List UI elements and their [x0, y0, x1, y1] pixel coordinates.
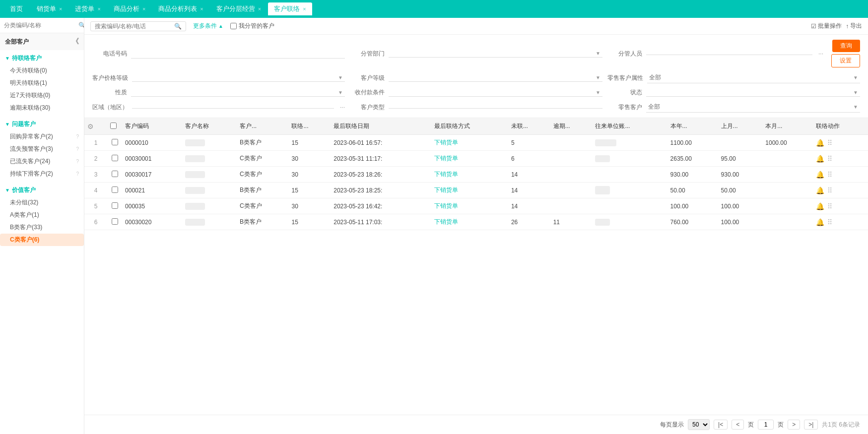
last-page-button[interactable]: >| [804, 420, 818, 430]
filter-gender-select[interactable]: ▼ [131, 89, 345, 97]
search-icon[interactable]: 🔍 [174, 23, 182, 30]
set-button[interactable]: 设置 [831, 54, 860, 67]
contact-icon[interactable]: 🔔 [816, 155, 824, 163]
more-icon[interactable]: ⠿ [827, 171, 832, 179]
contact-method-link[interactable]: 下销货单 [434, 202, 458, 209]
close-tab-icon[interactable]: × [258, 6, 261, 12]
export-button[interactable]: ↑ 导出 [846, 22, 862, 30]
row-checkbox[interactable] [112, 186, 118, 193]
close-tab-icon[interactable]: × [59, 6, 62, 12]
sidebar-search-icon[interactable]: 🔍 [78, 22, 84, 29]
close-tab-icon[interactable]: × [97, 6, 100, 12]
sidebar-search-input[interactable] [4, 22, 78, 29]
nav-tab-客户联络[interactable]: 客户联络× [268, 2, 312, 15]
table-cell-7[interactable]: 下销货单 [431, 151, 508, 167]
table-cell-1[interactable] [107, 214, 122, 230]
more-icon[interactable]: ⠿ [827, 155, 832, 163]
filter-gender-label: 性质 [92, 88, 127, 97]
filter-payment-select[interactable]: ▼ [389, 89, 602, 97]
sidebar-item[interactable]: 近7天待联络(0) [0, 89, 84, 102]
table-cell-7[interactable]: 下销货单 [431, 198, 508, 214]
nav-home[interactable]: 首页 [4, 2, 29, 15]
sidebar-item[interactable]: 逾期未联络(30) [0, 102, 84, 114]
sidebar-collapse-icon[interactable]: 《 [72, 37, 79, 46]
sidebar-item[interactable]: 已流失客户(24)? [0, 155, 84, 168]
contact-method-link[interactable]: 下销货单 [434, 186, 458, 193]
filter-more-button[interactable]: 更多条件 ▲ [190, 21, 226, 31]
sidebar-item[interactable]: 未分组(32) [0, 196, 84, 209]
table-cell-1[interactable] [107, 183, 122, 198]
nav-tab-商品分析列表[interactable]: 商品分析列表× [152, 2, 209, 15]
my-customers-checkbox[interactable] [230, 23, 237, 29]
row-checkbox[interactable] [112, 155, 118, 161]
batch-operation-button[interactable]: ☑ 批量操作 [811, 22, 842, 30]
next-page-button[interactable]: > [788, 420, 800, 430]
contact-icon[interactable]: 🔔 [816, 139, 824, 147]
query-button[interactable]: 查询 [832, 40, 860, 52]
more-icon[interactable]: ⠿ [827, 202, 832, 210]
filter-retail-customer-select[interactable]: 全部 ▼ [646, 102, 860, 113]
nav-tab-客户分层经营[interactable]: 客户分层经营× [210, 2, 267, 15]
contact-method-link[interactable]: 下销货单 [434, 218, 458, 225]
first-page-button[interactable]: |< [714, 420, 728, 430]
filter-retail-attr-select[interactable]: 全部 ▼ [647, 72, 860, 83]
row-checkbox[interactable] [112, 218, 118, 225]
filter-customer-level-select[interactable]: ▼ [389, 74, 602, 82]
close-tab-icon[interactable]: × [142, 6, 145, 12]
close-tab-icon[interactable]: × [303, 6, 306, 12]
nav-tab-进货单[interactable]: 进货单× [69, 2, 106, 15]
filter-region-dots[interactable]: ··· [340, 104, 345, 111]
sidebar-item[interactable]: C类客户(6) [0, 234, 84, 246]
close-tab-icon[interactable]: × [200, 6, 203, 12]
sidebar-item[interactable]: B类客户(33) [0, 221, 84, 234]
filter-manager-select[interactable] [646, 53, 812, 55]
more-icon[interactable]: ⠿ [827, 139, 832, 147]
sidebar-item[interactable]: 流失预警客户(3)? [0, 143, 84, 155]
contact-icon[interactable]: 🔔 [816, 218, 824, 226]
more-icon[interactable]: ⠿ [827, 218, 832, 226]
table-cell-1[interactable] [107, 167, 122, 183]
filter-dept-select[interactable]: ▼ [389, 50, 602, 58]
contact-method-link[interactable]: 下销货单 [434, 155, 458, 162]
contact-icon[interactable]: 🔔 [816, 186, 824, 194]
select-all-checkbox[interactable] [110, 123, 117, 129]
contact-icon[interactable]: 🔔 [816, 171, 824, 179]
filter-manager-dots[interactable]: ··· [818, 50, 823, 57]
page-number-input[interactable] [758, 420, 774, 430]
table-cell-1[interactable] [107, 198, 122, 214]
contact-method-link[interactable]: 下销货单 [434, 139, 458, 146]
sidebar-item[interactable]: 今天待联络(0) [0, 64, 84, 77]
sidebar-item[interactable]: 持续下滑客户(2)? [0, 168, 84, 180]
table-cell-1[interactable] [107, 151, 122, 167]
table-cell-0: 2 [84, 151, 107, 167]
table-cell-7[interactable]: 下销货单 [431, 135, 508, 151]
search-input[interactable] [95, 23, 174, 30]
row-checkbox[interactable] [112, 139, 118, 145]
row-checkbox[interactable] [112, 202, 118, 209]
table-column-1[interactable] [107, 118, 122, 135]
sidebar-item[interactable]: 明天待联络(1) [0, 77, 84, 89]
sidebar-all-customers[interactable]: 全部客户 《 [0, 33, 84, 50]
table-cell-7[interactable]: 下销货单 [431, 183, 508, 198]
settings-icon[interactable]: ⚙ [87, 123, 94, 130]
nav-tab-销货单[interactable]: 销货单× [31, 2, 68, 15]
prev-page-button[interactable]: < [732, 420, 744, 430]
nav-tab-商品分析[interactable]: 商品分析× [108, 2, 151, 15]
filter-status-select[interactable]: ▼ [646, 89, 860, 97]
filter-customer-type-select[interactable] [389, 106, 602, 109]
filter-customer-value-select[interactable]: ▼ [132, 74, 345, 82]
filter-region-select[interactable] [132, 106, 334, 109]
contact-icon[interactable]: 🔔 [816, 202, 824, 210]
filter-phone-input[interactable] [131, 49, 345, 59]
sidebar-item[interactable]: A类客户(1) [0, 209, 84, 221]
table-cell-7[interactable]: 下销货单 [431, 167, 508, 183]
table-cell-1[interactable] [107, 135, 122, 151]
row-checkbox[interactable] [112, 171, 118, 177]
contact-method-link[interactable]: 下销货单 [434, 171, 458, 178]
per-page-select[interactable]: 50 [688, 419, 710, 430]
table-column-0[interactable]: ⚙ [84, 118, 107, 135]
my-customers-checkbox-label[interactable]: 我分管的客户 [230, 22, 274, 30]
more-icon[interactable]: ⠿ [827, 186, 832, 194]
table-cell-7[interactable]: 下销货单 [431, 214, 508, 230]
sidebar-item[interactable]: 回购异常客户(2)? [0, 130, 84, 143]
